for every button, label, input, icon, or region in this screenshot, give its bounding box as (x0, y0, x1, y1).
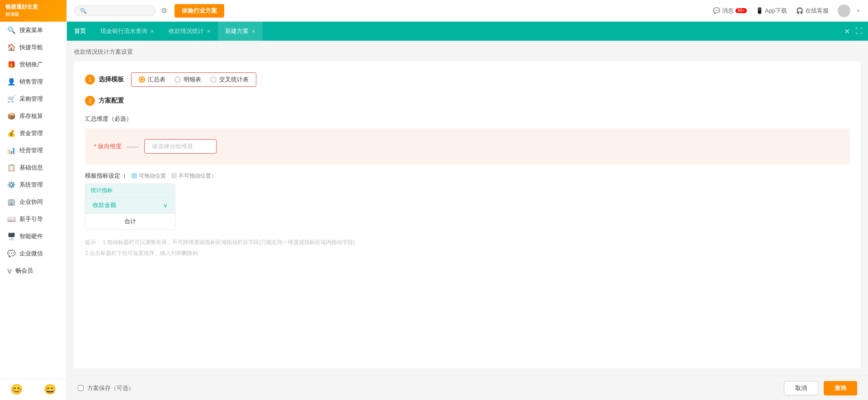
sidebar-item-label: 销售管理 (19, 78, 43, 86)
step1-row: 1 选择模板 汇总表 明细表 交叉统计表 (85, 72, 850, 87)
tabbar-actions: ✕ ⛶ (839, 22, 868, 41)
radio-cross[interactable]: 交叉统计表 (210, 75, 249, 84)
search-icon: 🔍 (7, 26, 16, 34)
sidebar-item-purchase[interactable]: 🛒 采购管理 (0, 90, 66, 108)
sidebar-bottom-avatar2[interactable]: 😄 (44, 384, 56, 395)
sidebar-item-enterprise[interactable]: 🏢 企业协同 (0, 193, 66, 211)
messages-button[interactable]: 💬 消息 99+ (713, 7, 747, 15)
sidebar-item-search[interactable]: 🔍 搜索菜单 (0, 22, 66, 39)
tab-home-label: 首页 (74, 27, 86, 35)
gear-button[interactable]: ⚙ (161, 6, 167, 15)
legend-draggable: 可拖动位置 (132, 172, 166, 180)
chart-icon: 📊 (7, 146, 16, 155)
tab-new-plan-close[interactable]: ✕ (251, 28, 255, 34)
draggable-dot (132, 173, 137, 179)
dim-selector[interactable]: 请选择分组维度 (144, 139, 217, 154)
user-menu[interactable]: ▼ (838, 5, 861, 17)
building-icon: 🏢 (7, 198, 16, 206)
indicator-settings-label: 模板指标设定（ 可拖动位置 不可拖动位置） (85, 172, 850, 180)
step1-badge: 1 (85, 75, 95, 85)
query-button[interactable]: 查询 (824, 381, 857, 395)
save-checkbox[interactable] (78, 385, 84, 391)
topbar-right: 💬 消息 99+ 📱 App下载 🎧 在线客服 ▼ (713, 5, 861, 17)
legend-static: 不可拖动位置） (171, 172, 217, 180)
sidebar: 畅捷通好生意标准版 🔍 搜索菜单 🏠 快捷导航 🎁 营销推广 👤 销售管理 🛒 … (0, 0, 67, 400)
sidebar-item-wechat[interactable]: 💬 企业微信 (0, 245, 66, 262)
sidebar-item-basics[interactable]: 📋 基础信息 (0, 159, 66, 176)
radio-btn-cross[interactable] (210, 76, 217, 83)
cancel-button[interactable]: 取消 (784, 381, 818, 395)
app-icon: 📱 (756, 7, 763, 14)
indicator-grid-header-label: 收款金额 (93, 201, 116, 209)
sidebar-item-label: 营销推广 (19, 61, 43, 69)
industry-plan-button[interactable]: 体验行业方案 (175, 4, 224, 18)
radio-label-summary: 汇总表 (148, 75, 165, 84)
tab-new-plan[interactable]: 新建方案 ✕ (218, 22, 263, 41)
tab-receipts-stat-label: 收款情况统计 (169, 27, 204, 35)
tab-cash-flow-close[interactable]: ✕ (150, 28, 154, 34)
sidebar-item-label: 企业微信 (19, 249, 43, 258)
book-icon: 📖 (7, 215, 16, 223)
radio-label-detail: 明细表 (184, 75, 201, 84)
tab-receipts-stat-close[interactable]: ✕ (207, 28, 211, 34)
topbar: 🔍 ⚙ 体验行业方案 💬 消息 99+ 📱 App下载 🎧 在线客服 ▼ (67, 0, 868, 22)
radio-detail[interactable]: 明细表 (175, 75, 201, 84)
hint-2: 2.点击标题栏下拉可设置排序、插入列和删除列 (85, 248, 850, 259)
sidebar-item-label: 快捷导航 (19, 43, 43, 52)
member-icon: V (7, 267, 12, 275)
chevron-down-icon[interactable]: ∨ (163, 202, 168, 209)
sidebar-item-hardware[interactable]: 🖥️ 智能硬件 (0, 228, 66, 245)
footer-actions: 取消 查询 (784, 381, 857, 395)
sidebar-item-label: 系统管理 (19, 181, 43, 189)
online-service-label: 在线客服 (805, 7, 829, 15)
dim-row-label: * 纵向维度 (94, 142, 122, 151)
close-all-icon[interactable]: ✕ (844, 27, 850, 36)
sidebar-item-marketing[interactable]: 🎁 营销推广 (0, 56, 66, 73)
fullscreen-icon[interactable]: ⛶ (855, 27, 863, 35)
indicator-grid: 统计指标 收款金额 ∨ 合计 (85, 184, 175, 230)
avatar (838, 5, 850, 17)
avatar-icon-1: 😊 (10, 384, 23, 395)
main-area: 🔍 ⚙ 体验行业方案 💬 消息 99+ 📱 App下载 🎧 在线客服 ▼ (67, 0, 868, 400)
sidebar-item-label: 畅会员 (15, 267, 33, 275)
sidebar-item-member[interactable]: V 畅会员 (0, 262, 66, 279)
search-box[interactable]: 🔍 (74, 5, 156, 16)
sidebar-item-sales[interactable]: 👤 销售管理 (0, 73, 66, 90)
sidebar-bottom-avatar1[interactable]: 😊 (10, 384, 23, 395)
radio-summary[interactable]: 汇总表 (139, 75, 165, 84)
search-input[interactable] (89, 8, 152, 14)
sidebar-item-inventory[interactable]: 📦 库存核算 (0, 108, 66, 125)
step2-row: 2 方案配置 (85, 96, 850, 106)
radio-btn-detail[interactable] (175, 76, 181, 83)
box-icon: 📦 (7, 112, 16, 120)
sidebar-item-funds[interactable]: 💰 资金管理 (0, 125, 66, 142)
sidebar-item-label: 采购管理 (19, 95, 43, 103)
sidebar-logo: 畅捷通好生意标准版 (0, 0, 66, 22)
sidebar-item-label: 库存核算 (19, 112, 43, 120)
app-download-label: App下载 (765, 7, 787, 15)
page-title: 收款情况统计方案设置 (74, 48, 861, 56)
tab-cash-flow[interactable]: 现金银行流水查询 ✕ (93, 22, 161, 41)
sidebar-item-quick-nav[interactable]: 🏠 快捷导航 (0, 39, 66, 56)
tab-receipts-stat[interactable]: 收款情况统计 ✕ (161, 22, 218, 41)
content-area: 收款情况统计方案设置 1 选择模板 汇总表 明细表 (67, 41, 868, 376)
plan-config: 汇总维度（必选） * 纵向维度 —— 请选择分组维度 模板指标设定（ 可拖动位置 (85, 115, 850, 259)
indicator-section: 模板指标设定（ 可拖动位置 不可拖动位置） 统计指标 收 (85, 172, 850, 230)
sidebar-item-system[interactable]: ⚙️ 系统管理 (0, 176, 66, 193)
indicator-grid-header[interactable]: 收款金额 ∨ (85, 198, 175, 213)
app-download-button[interactable]: 📱 App下载 (756, 7, 787, 15)
radio-btn-summary[interactable] (139, 76, 145, 83)
sidebar-item-newbie[interactable]: 📖 新手引导 (0, 211, 66, 228)
tab-home[interactable]: 首页 (67, 22, 93, 41)
hints: 提示： 1.拖动标题栏可以调整布局，不可跨维度或指标区域拖动栏目字段(只能在同一… (85, 237, 850, 259)
sidebar-bottom: 😊 😄 (0, 379, 66, 400)
message-icon: 💬 (713, 7, 720, 14)
online-service-button[interactable]: 🎧 在线客服 (796, 7, 829, 15)
sidebar-item-label: 企业协同 (19, 198, 43, 206)
radio-label-cross: 交叉统计表 (219, 75, 249, 84)
sidebar-item-operations[interactable]: 📊 经营管理 (0, 142, 66, 159)
legend-static-label: 不可拖动位置） (179, 172, 217, 180)
dim-row: * 纵向维度 —— 请选择分组维度 (94, 139, 841, 154)
sidebar-item-label: 搜索菜单 (19, 26, 43, 34)
chevron-down-icon: ▼ (856, 8, 861, 14)
